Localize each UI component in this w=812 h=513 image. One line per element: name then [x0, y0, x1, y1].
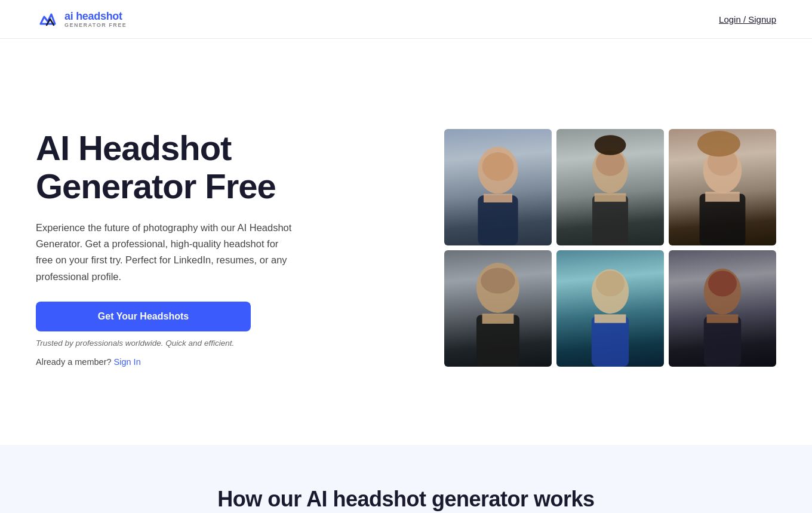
logo-subtitle: GENERATOR FREE [64, 23, 127, 28]
svg-rect-3 [484, 194, 512, 202]
headshot-photo-2 [556, 129, 664, 245]
svg-point-1 [482, 152, 514, 181]
svg-point-19 [596, 271, 625, 296]
headshot-photo-3 [669, 129, 776, 245]
logo-icon [36, 7, 60, 31]
face-silhouette-3 [679, 131, 765, 245]
svg-rect-20 [592, 316, 629, 367]
get-headshots-button[interactable]: Get Your Headshots [36, 302, 251, 331]
svg-rect-2 [478, 195, 518, 245]
hero-content: AI Headshot Generator Free Experience th… [36, 129, 322, 366]
svg-rect-13 [705, 192, 740, 202]
logo-highlight: headshot [76, 10, 122, 22]
svg-point-11 [697, 131, 740, 156]
how-section: How our AI headshot generator works 1 Up… [0, 445, 812, 513]
logo-prefix: ai [64, 10, 76, 22]
login-signup-link[interactable]: Login / Signup [719, 14, 776, 24]
face-silhouette-6 [679, 252, 765, 367]
hero-description: Experience the future of photography wit… [36, 220, 293, 285]
headshot-photo-6 [669, 250, 776, 367]
svg-point-6 [595, 135, 626, 155]
signin-link[interactable]: Sign In [114, 357, 141, 367]
headshot-grid [444, 129, 776, 367]
logo[interactable]: ai headshot GENERATOR FREE [36, 7, 127, 31]
svg-rect-25 [707, 314, 739, 322]
face-silhouette-2 [567, 131, 653, 245]
trust-text: Trusted by professionals worldwide. Quic… [36, 339, 322, 348]
svg-rect-7 [592, 195, 628, 245]
hero-title: AI Headshot Generator Free [36, 129, 322, 205]
navbar: ai headshot GENERATOR FREE Login / Signu… [0, 0, 812, 39]
signin-prefix: Already a member? [36, 357, 112, 367]
svg-point-23 [708, 271, 737, 296]
svg-rect-21 [595, 314, 626, 322]
headshot-photo-1 [444, 129, 552, 245]
svg-rect-8 [595, 193, 626, 201]
headshot-photo-5 [556, 250, 664, 367]
how-title: How our AI headshot generator works [36, 487, 776, 512]
svg-rect-17 [482, 314, 514, 324]
svg-point-15 [481, 268, 515, 293]
face-silhouette-4 [455, 252, 541, 367]
hero-images [346, 129, 776, 367]
signin-row: Already a member? Sign In [36, 357, 322, 367]
hero-section: AI Headshot Generator Free Experience th… [0, 39, 812, 445]
face-silhouette-5 [567, 252, 653, 367]
logo-text: ai headshot GENERATOR FREE [64, 11, 127, 28]
face-silhouette-1 [455, 131, 541, 245]
headshot-photo-4 [444, 250, 552, 367]
svg-rect-24 [704, 316, 741, 367]
